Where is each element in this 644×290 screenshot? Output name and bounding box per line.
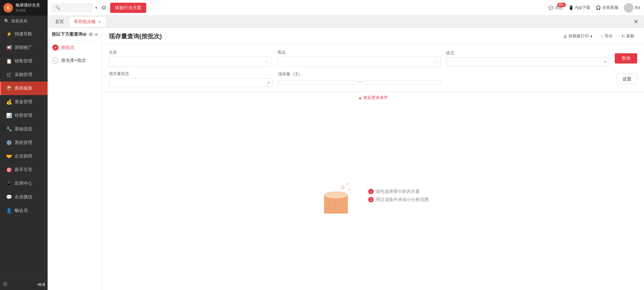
right-content: 现存量查询(按批次) 🖨 按模板打印 ▾ ↑ 导出 ↻ 刷新: [102, 28, 644, 290]
topbar-dropdown-icon[interactable]: ▾: [95, 5, 97, 10]
warehouse-input[interactable]: ···: [109, 57, 272, 67]
export-btn[interactable]: ↑ 导出: [598, 32, 615, 40]
topbar-gear-icon[interactable]: ⚙: [101, 4, 106, 11]
close-tab-panel-icon[interactable]: ✕: [631, 18, 641, 25]
marketing-icon: 📢: [6, 44, 12, 51]
refresh-btn[interactable]: ↻ 刷新: [619, 32, 637, 40]
search-menu[interactable]: 🔍 搜索菜单: [0, 16, 48, 27]
online-service-action[interactable]: 🎧 在线客服: [596, 5, 618, 11]
settings-btn[interactable]: 设置: [617, 74, 637, 85]
sidebar-item-newbie[interactable]: 🎯 新手引导: [0, 163, 48, 177]
enterprise-icon: 🤝: [6, 153, 12, 159]
svg-point-6: [346, 183, 349, 185]
user-avatar: [624, 3, 633, 13]
sidebar-item-apps[interactable]: 📱 应用中心: [0, 177, 48, 190]
user-name: Rit: [635, 5, 640, 10]
headset-icon: 🎧: [596, 5, 601, 10]
sidebar-item-label: 基础信息: [15, 126, 32, 132]
sidebar-item-member[interactable]: 👤 畅会员: [0, 204, 48, 217]
product-label: 商品: [277, 50, 441, 55]
product-input[interactable]: ···: [277, 57, 441, 67]
empty-svg: [317, 178, 358, 215]
topbar-search[interactable]: 🔍: [52, 4, 92, 12]
sidebar-item-quick-nav[interactable]: ⚡ 快捷导航: [0, 27, 48, 41]
range-dash: —: [357, 78, 363, 87]
app-title: 畅康通好生意: [16, 3, 40, 8]
empty-text-list: 1 请先选择要分析的方案 2 用过滤条件来缩小分析范围: [368, 188, 429, 205]
main-area: 🔍 ▾ ⚙ 体验行业方案 💬 消息 99+ 📱 App下载 🎧 在线客服 Rit: [48, 0, 644, 290]
sidebar-item-label: 系统管理: [15, 140, 32, 146]
sidebar-item-label: 资金管理: [15, 99, 32, 105]
status-chevron-icon: ▾: [604, 59, 606, 64]
empty-state: 1 请先选择要分析的方案 2 用过滤条件来缩小分析范围: [102, 103, 644, 290]
inventory-qty-from[interactable]: [278, 80, 355, 85]
online-service-label: 在线客服: [602, 5, 618, 11]
sidebar-item-sales[interactable]: 📋 销售管理: [0, 54, 48, 68]
sidebar-bottom: ⚙ ◀◀: [0, 278, 48, 290]
sidebar-item-inventory[interactable]: 📦 库存核算: [0, 81, 48, 95]
sidebar-header: 6 畅康通好生意 标准版: [0, 0, 48, 16]
sidebar-item-label: 经营管理: [15, 112, 32, 119]
sidebar-item-label: 应用中心: [15, 180, 32, 186]
sidebar-item-system[interactable]: ⚙️ 系统管理: [0, 136, 48, 149]
sidebar-item-label: 企业微信: [15, 194, 32, 200]
sidebar-item-label: 畅会员: [15, 207, 28, 214]
left-panel-title: 按以下方案查询: [52, 31, 83, 37]
step-1-icon: 1: [368, 189, 374, 194]
sidebar-item-label: 快捷导航: [15, 31, 32, 37]
topbar-right: 💬 消息 99+ 📱 App下载 🎧 在线客服 Rit: [548, 3, 640, 13]
collapse-bar[interactable]: ▲ 收起更多条件: [102, 92, 644, 103]
inventory-icon: 📦: [6, 85, 12, 91]
message-action[interactable]: 💬 消息 99+: [548, 5, 563, 11]
add-scheme-icon[interactable]: ⊕: [83, 32, 87, 37]
inventory-status-field: 现存量状态 ▾: [109, 71, 273, 87]
sidebar-nav: ⚡ 快捷导航 📢 营销推广 📋 销售管理 🛒 采购管理 📦 库存核算 💰: [0, 27, 48, 278]
app-download-action[interactable]: 📱 App下载: [569, 5, 590, 11]
sidebar-item-enterprise[interactable]: 🤝 企业协同: [0, 149, 48, 163]
settings-icon[interactable]: ⚙: [3, 281, 7, 287]
tab-close-icon[interactable]: ✕: [98, 19, 101, 24]
sidebar-item-basic[interactable]: 🔧 基础信息: [0, 122, 48, 136]
tab-inventory-batch[interactable]: 库存批次账 ✕: [69, 16, 106, 27]
inventory-qty-label: 现存量（主）: [278, 71, 442, 77]
collapse-panel-icon[interactable]: «: [95, 32, 98, 37]
refresh-label: 刷新: [626, 33, 634, 39]
print-template-btn[interactable]: 🖨 按模板打印 ▾: [560, 32, 595, 40]
product-field: 商品 ···: [277, 50, 441, 67]
collapse-label: 收起更多条件: [363, 95, 388, 101]
inventory-status-select[interactable]: ▾: [109, 78, 273, 87]
sidebar-item-wechat[interactable]: 💬 企业微信: [0, 190, 48, 204]
tab-home[interactable]: 首页: [50, 17, 69, 27]
sidebar-item-operation[interactable]: 📊 经营管理: [0, 109, 48, 122]
left-panel-item-by-warehouse-batch[interactable]: ○ 按仓库+批次: [48, 54, 102, 67]
collapse-up-icon: ▲: [358, 95, 362, 100]
tab-inventory-batch-label: 库存批次账: [74, 19, 96, 25]
by-warehouse-batch-icon: ○: [52, 57, 58, 64]
sidebar: 6 畅康通好生意 标准版 🔍 搜索菜单 ⚡ 快捷导航 📢 营销推广 📋 销售管理: [0, 0, 48, 290]
sidebar-item-label: 企业协同: [15, 153, 32, 159]
sidebar-item-marketing[interactable]: 📢 营销推广: [0, 41, 48, 54]
wechat-icon: 💬: [6, 194, 12, 200]
message-badge: 99+: [557, 3, 566, 7]
product-dots-icon[interactable]: ···: [433, 59, 438, 65]
sidebar-item-purchase[interactable]: 🛒 采购管理: [0, 68, 48, 81]
sidebar-item-finance[interactable]: 💰 资金管理: [0, 95, 48, 109]
experience-btn[interactable]: 体验行业方案: [110, 3, 146, 13]
topbar: 🔍 ▾ ⚙ 体验行业方案 💬 消息 99+ 📱 App下载 🎧 在线客服 Rit: [48, 0, 644, 16]
hint-2-text: 用过滤条件来缩小分析范围: [376, 197, 429, 203]
collapse-sidebar-icon[interactable]: ◀◀: [37, 281, 45, 287]
sales-icon: 📋: [6, 58, 12, 64]
user-profile[interactable]: Rit: [624, 3, 640, 13]
inventory-qty-to[interactable]: [365, 80, 442, 85]
warehouse-dots-icon[interactable]: ···: [265, 59, 269, 65]
status-select[interactable]: ▾: [446, 57, 609, 66]
svg-point-7: [349, 189, 351, 191]
hint-1: 1 请先选择要分析的方案: [368, 188, 429, 195]
inventory-qty-field: 现存量（主） —: [278, 71, 442, 87]
inv-status-chevron-icon: ▾: [268, 80, 270, 85]
query-btn[interactable]: 查询: [615, 53, 637, 64]
topbar-search-icon: 🔍: [55, 5, 61, 10]
print-dropdown-icon: ▾: [590, 34, 592, 39]
scheme-settings-icon[interactable]: ⊙: [89, 32, 93, 37]
left-panel-item-by-batch[interactable]: ✦ 按批次: [48, 41, 102, 54]
